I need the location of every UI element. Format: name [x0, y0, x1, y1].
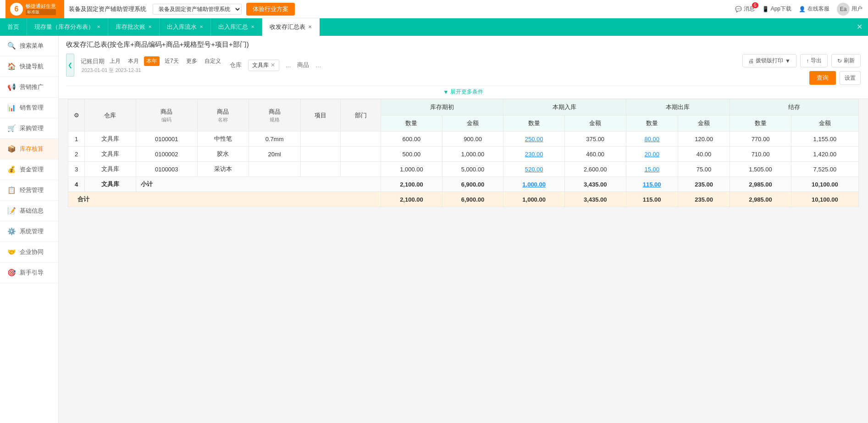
row-in-amt: 375.00: [564, 132, 626, 147]
finance-icon: 💰: [7, 165, 16, 174]
settings-small-button[interactable]: 设置: [840, 71, 861, 85]
date-label: 记账日期: [81, 57, 105, 66]
row-warehouse: 文具库: [85, 132, 136, 147]
warehouse-more[interactable]: ...: [286, 61, 291, 69]
sidebar-item-collab[interactable]: 🤝 企业协同: [0, 242, 58, 263]
row-goods-code: 0100002: [136, 147, 197, 162]
collapse-arrow[interactable]: ❮: [66, 54, 74, 77]
close-tab-icon[interactable]: ✕: [148, 24, 152, 29]
date-btn-this-month[interactable]: 本月: [126, 56, 141, 66]
tab-flow[interactable]: 出入库流水 ✕: [160, 18, 211, 36]
system-title: 装备及固定资产辅助管理系统: [69, 5, 146, 13]
tab-batch[interactable]: 库存批次账 ✕: [108, 18, 160, 36]
sidebar-item-marketing[interactable]: 📢 营销推广: [0, 77, 58, 98]
sidebar-item-basic[interactable]: 📝 基础信息: [0, 201, 58, 221]
inventory-icon: 📦: [7, 145, 16, 153]
subtotal-in-amt: 3,435.00: [564, 177, 626, 192]
subtotal-opening-qty: 2,100.00: [381, 177, 442, 192]
warehouse-tag: 文具库 ✕: [248, 60, 279, 71]
close-tab-icon[interactable]: ✕: [251, 24, 254, 29]
subtotal-out-qty[interactable]: 115.00: [626, 177, 678, 192]
total-opening-qty: 2,100.00: [381, 192, 442, 207]
export-icon: ↑: [806, 58, 809, 64]
subtotal-in-qty[interactable]: 1,000.00: [503, 177, 565, 192]
print-button[interactable]: 🖨 拨锁版打印 ▼: [742, 54, 796, 67]
row-goods-code: 0100003: [136, 162, 197, 177]
row-opening-amt: 900.00: [442, 132, 503, 147]
date-btn-7days[interactable]: 近7天: [162, 56, 181, 66]
total-balance-amt: 10,100.00: [791, 192, 858, 207]
purchase-icon: 🛒: [7, 124, 16, 132]
row-project: [300, 147, 341, 162]
sidebar-item-operations[interactable]: 📋 经营管理: [0, 180, 58, 201]
app-download-button[interactable]: 📱 App下载: [762, 5, 791, 13]
row-out-amt: 120.00: [678, 132, 730, 147]
chevron-down-icon: ▼: [785, 58, 791, 64]
sidebar-item-guide[interactable]: 🎯 新手引导: [0, 263, 58, 283]
sidebar-item-finance[interactable]: 💰 资金管理: [0, 159, 58, 180]
row-in-amt: 2,600.00: [564, 162, 626, 177]
col-settings-header[interactable]: ⚙: [68, 99, 85, 132]
row-opening-qty: 600.00: [381, 132, 442, 147]
table-row: 3 文具库 0100003 采访本 1,000.00 5,000.00 520.…: [68, 162, 859, 177]
date-btn-this-year[interactable]: 本年: [144, 56, 160, 66]
date-btn-custom[interactable]: 自定义: [202, 56, 223, 66]
user-menu[interactable]: Ea 用户: [837, 3, 862, 16]
sidebar-item-system[interactable]: ⚙️ 系统管理: [0, 221, 58, 242]
sidebar-item-search[interactable]: 🔍 搜索菜单: [0, 36, 58, 56]
tab-summary[interactable]: 出入库汇总 ✕: [211, 18, 262, 36]
subtotal-no: 4: [68, 177, 85, 192]
query-button[interactable]: 查询: [809, 71, 836, 85]
warehouse-label: 仓库: [230, 61, 242, 69]
expand-more-btn[interactable]: ▼ 展开更多条件: [443, 88, 484, 96]
col-goods-spec-header: 商品规格: [249, 99, 300, 132]
row-out-qty[interactable]: 80.00: [626, 132, 678, 147]
message-button[interactable]: 💬 消息 6: [735, 5, 755, 13]
row-balance-qty: 710.00: [730, 147, 791, 162]
online-service-button[interactable]: 👤 在线客服: [799, 5, 829, 13]
sidebar-item-purchase[interactable]: 🛒 采购管理: [0, 118, 58, 139]
row-opening-amt: 1,000.00: [442, 147, 503, 162]
col-out-amt: 金额: [678, 115, 730, 132]
warehouse-tag-close[interactable]: ✕: [271, 62, 275, 68]
row-in-qty[interactable]: 520.00: [503, 162, 565, 177]
close-tab-icon[interactable]: ✕: [97, 24, 100, 29]
subtotal-label: 小计: [136, 177, 381, 192]
goods-more[interactable]: ...: [315, 61, 321, 69]
date-btn-more[interactable]: 更多: [184, 56, 199, 66]
close-tab-icon[interactable]: ✕: [199, 24, 203, 29]
sidebar-item-nav[interactable]: 🏠 快捷导航: [0, 56, 58, 77]
refresh-button[interactable]: ↻ 刷新: [831, 54, 861, 67]
sidebar-item-inventory[interactable]: 📦 库存核算: [0, 139, 58, 159]
logo-area: 6 畅捷通好生意 标准版: [6, 0, 64, 18]
tab-inventory-dist[interactable]: 现存量（库存分布表） ✕: [27, 18, 108, 36]
date-btn-last-month[interactable]: 上月: [107, 56, 123, 66]
row-opening-qty: 1,000.00: [381, 162, 442, 177]
row-out-qty[interactable]: 20.00: [626, 147, 678, 162]
close-all-button[interactable]: ✕: [857, 22, 868, 31]
col-out-header: 本期出库: [626, 99, 730, 115]
subtotal-balance-qty: 2,985.00: [730, 177, 791, 192]
col-balance-qty: 数量: [730, 115, 791, 132]
close-tab-icon[interactable]: ✕: [308, 24, 312, 29]
total-balance-qty: 2,985.00: [730, 192, 791, 207]
marketing-icon: 📢: [7, 83, 16, 91]
system-selector[interactable]: 装备及固定资产辅助管理系统: [153, 4, 242, 15]
subtotal-out-amt: 235.00: [678, 177, 730, 192]
export-button[interactable]: ↑ 导出: [800, 54, 828, 67]
row-balance-amt: 1,155.00: [791, 132, 858, 147]
subtotal-warehouse: 文具库: [85, 177, 136, 192]
content-area: 收发存汇总表(按仓库+商品编码+商品+规格型号+项目+部门) ❮ 记账日期 上月: [59, 36, 868, 423]
row-goods-spec: [249, 162, 300, 177]
tab-home[interactable]: 首页: [0, 18, 27, 36]
sidebar-item-sales[interactable]: 📊 销售管理: [0, 98, 58, 118]
row-out-qty[interactable]: 15.00: [626, 162, 678, 177]
row-dept: [341, 162, 381, 177]
experience-button[interactable]: 体验行业方案: [246, 3, 295, 16]
row-in-qty[interactable]: 250.00: [503, 132, 565, 147]
tab-receive-send[interactable]: 收发存汇总表 ✕: [262, 18, 320, 36]
row-balance-amt: 1,420.00: [791, 147, 858, 162]
system-icon: ⚙️: [7, 227, 16, 236]
row-opening-qty: 500.00: [381, 147, 442, 162]
row-in-qty[interactable]: 230.00: [503, 147, 565, 162]
